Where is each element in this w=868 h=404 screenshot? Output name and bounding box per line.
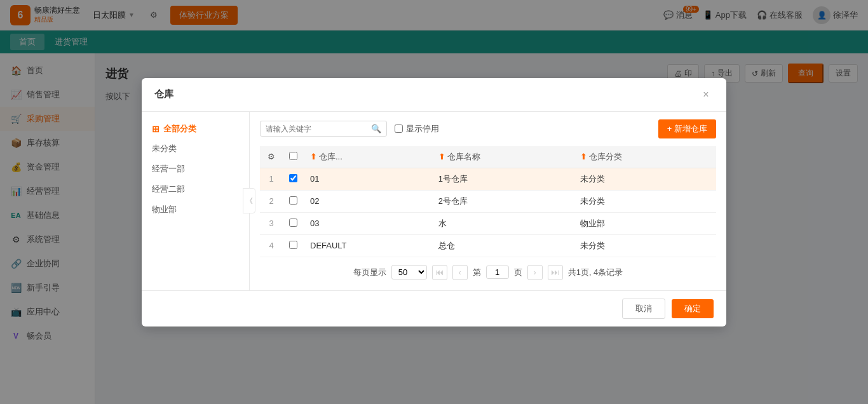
- show-disabled-checkbox[interactable]: 显示停用: [395, 123, 439, 135]
- row-code: DEFAULT: [304, 234, 432, 257]
- category-all-label: 全部分类: [163, 123, 196, 135]
- table-row[interactable]: 3 03 水 物业部: [260, 212, 716, 234]
- row-checkbox: [283, 234, 304, 257]
- table-row[interactable]: 2 02 2号仓库 未分类: [260, 190, 716, 212]
- row-num: 4: [260, 234, 283, 257]
- per-page-select[interactable]: 50 100 200: [391, 265, 427, 279]
- row-num: 3: [260, 212, 283, 234]
- disabled-checkbox[interactable]: [395, 125, 403, 133]
- row-code: 01: [304, 168, 432, 190]
- row-code: 03: [304, 212, 432, 234]
- row-number: 1: [269, 174, 273, 184]
- col-name[interactable]: ⬆ 仓库名称: [432, 146, 574, 168]
- category-panel: ⊞ 全部分类 未分类 经营一部 经营二部 物业部 《: [142, 112, 250, 290]
- row-category: 未分类: [574, 190, 716, 212]
- pagination: 每页显示 50 100 200 ⏮ ‹ 第 页 › ⏭ 共1页, 4条记录: [260, 257, 716, 283]
- page-label: 第: [473, 267, 481, 278]
- row-category: 未分类: [574, 168, 716, 190]
- category-header[interactable]: ⊞ 全部分类: [142, 119, 249, 138]
- table-body: 1 01 1号仓库 未分类 2 02 2号仓库 未分类 3 03 水 物业部 4: [260, 168, 716, 257]
- page-number-input[interactable]: [486, 266, 509, 279]
- col-code[interactable]: ⬆ 仓库...: [304, 146, 432, 168]
- row-select-checkbox[interactable]: [289, 196, 297, 205]
- row-name: 2号仓库: [432, 190, 574, 212]
- row-category: 未分类: [574, 234, 716, 257]
- sort-icon: ⬆: [310, 152, 317, 161]
- row-checkbox: [283, 190, 304, 212]
- next-page-button[interactable]: ›: [527, 265, 543, 280]
- search-input[interactable]: [266, 125, 371, 133]
- sort-cat-icon: ⬆: [580, 152, 587, 161]
- last-page-button[interactable]: ⏭: [548, 265, 563, 280]
- search-input-wrap: 🔍: [260, 121, 387, 137]
- cancel-button[interactable]: 取消: [622, 299, 665, 319]
- select-all-checkbox[interactable]: [289, 152, 297, 160]
- row-select-checkbox[interactable]: [289, 219, 297, 227]
- close-button[interactable]: ×: [698, 87, 714, 102]
- first-page-button[interactable]: ⏮: [432, 265, 447, 280]
- category-item-ops2[interactable]: 经营二部: [142, 179, 249, 199]
- confirm-button[interactable]: 确定: [672, 299, 714, 318]
- row-select-checkbox[interactable]: [289, 241, 297, 249]
- dialog-header: 仓库 ×: [142, 78, 726, 112]
- warehouse-table: ⚙ ⬆ 仓库...: [260, 146, 716, 257]
- row-code: 02: [304, 190, 432, 212]
- col-checkbox: [283, 146, 304, 168]
- row-category: 物业部: [574, 212, 716, 234]
- table-header: ⚙ ⬆ 仓库...: [260, 146, 716, 168]
- sort-name-icon: ⬆: [438, 152, 445, 161]
- col-settings: ⚙: [260, 146, 283, 168]
- modal-overlay: 仓库 × ⊞ 全部分类 未分类 经营一部 经营二部: [0, 0, 868, 404]
- row-num: 2: [260, 190, 283, 212]
- page-suffix: 页: [514, 267, 522, 278]
- warehouse-dialog: 仓库 × ⊞ 全部分类 未分类 经营一部 经营二部: [142, 78, 726, 327]
- table-row[interactable]: 1 01 1号仓库 未分类: [260, 168, 716, 190]
- prev-page-button[interactable]: ‹: [452, 265, 468, 280]
- table-panel: 🔍 显示停用 + 新增仓库 ⚙: [250, 112, 726, 290]
- category-item-property[interactable]: 物业部: [142, 199, 249, 220]
- row-name: 水: [432, 212, 574, 234]
- per-page-label: 每页显示: [353, 267, 386, 278]
- category-item-ops1[interactable]: 经营一部: [142, 159, 249, 179]
- row-select-checkbox[interactable]: [289, 174, 297, 182]
- grid-icon: ⊞: [152, 124, 159, 134]
- search-icon[interactable]: 🔍: [371, 124, 381, 133]
- row-checkbox: [283, 212, 304, 234]
- row-name: 总仓: [432, 234, 574, 257]
- row-checkbox: [283, 168, 304, 190]
- add-warehouse-button[interactable]: + 新增仓库: [658, 119, 716, 138]
- total-info: 共1页, 4条记录: [568, 267, 623, 278]
- search-bar: 🔍 显示停用 + 新增仓库: [260, 119, 716, 138]
- dialog-body: ⊞ 全部分类 未分类 经营一部 经营二部 物业部 《: [142, 112, 726, 290]
- dialog-footer: 取消 确定: [142, 290, 726, 327]
- dialog-title: 仓库: [154, 88, 173, 100]
- table-row[interactable]: 4 DEFAULT 总仓 未分类: [260, 234, 716, 257]
- row-name: 1号仓库: [432, 168, 574, 190]
- table-container: ⚙ ⬆ 仓库...: [260, 146, 716, 257]
- row-num: 1: [260, 168, 283, 190]
- collapse-panel-button[interactable]: 《: [243, 188, 255, 213]
- category-item-unclassified[interactable]: 未分类: [142, 138, 249, 159]
- col-category[interactable]: ⬆ 仓库分类: [574, 146, 716, 168]
